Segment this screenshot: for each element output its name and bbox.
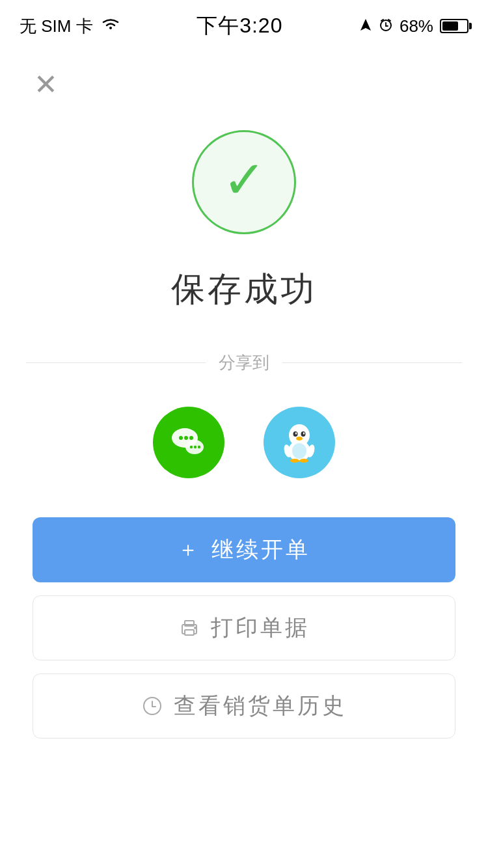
action-buttons: ＋ 继续开单 打印单据 查看销货单历史 xyxy=(26,517,462,739)
print-label: 打印单据 xyxy=(211,613,310,643)
svg-rect-23 xyxy=(185,630,194,635)
svg-point-7 xyxy=(194,446,197,448)
svg-point-3 xyxy=(184,436,188,440)
qq-icon xyxy=(280,422,319,463)
battery-icon xyxy=(440,19,468,33)
carrier-text: 无 SIM 卡 xyxy=(20,15,93,38)
svg-point-10 xyxy=(293,431,298,437)
svg-point-8 xyxy=(198,446,200,448)
svg-point-12 xyxy=(295,432,297,435)
plus-icon: ＋ xyxy=(178,536,201,564)
history-icon xyxy=(141,695,163,717)
status-time: 下午3:20 xyxy=(197,12,282,40)
status-carrier: 无 SIM 卡 xyxy=(20,15,120,38)
share-label: 分享到 xyxy=(219,351,269,374)
divider-left xyxy=(26,362,206,363)
svg-point-14 xyxy=(296,437,303,441)
status-right: 68% xyxy=(359,16,468,36)
checkmark-icon: ✓ xyxy=(223,154,266,206)
divider-right xyxy=(282,362,462,363)
status-bar: 无 SIM 卡 下午3:20 68% xyxy=(0,0,488,52)
svg-point-13 xyxy=(303,432,305,435)
battery-fill xyxy=(442,21,458,31)
wechat-share-button[interactable] xyxy=(153,407,224,478)
close-icon: ✕ xyxy=(34,70,58,99)
svg-point-17 xyxy=(290,459,299,463)
svg-point-6 xyxy=(190,446,193,448)
alarm-icon xyxy=(379,16,393,36)
wifi-icon xyxy=(101,16,120,36)
close-button[interactable]: ✕ xyxy=(26,65,65,104)
svg-point-16 xyxy=(292,443,306,459)
continue-button[interactable]: ＋ 继续开单 xyxy=(33,517,455,582)
location-icon xyxy=(359,16,372,36)
svg-point-11 xyxy=(301,431,306,437)
wechat-icon xyxy=(167,421,210,464)
success-circle: ✓ xyxy=(192,130,296,234)
history-label: 查看销货单历史 xyxy=(174,691,347,721)
svg-point-18 xyxy=(299,459,308,463)
share-icons-row xyxy=(26,407,462,478)
svg-point-2 xyxy=(179,436,183,440)
svg-point-24 xyxy=(194,627,197,629)
battery-icon-container xyxy=(440,19,468,33)
share-divider: 分享到 xyxy=(26,351,462,374)
print-button[interactable]: 打印单据 xyxy=(33,595,455,660)
qq-share-button[interactable] xyxy=(264,407,335,478)
svg-point-4 xyxy=(189,436,193,440)
success-section: ✓ 保存成功 xyxy=(26,130,462,312)
success-title: 保存成功 xyxy=(171,267,317,312)
history-button[interactable]: 查看销货单历史 xyxy=(33,673,455,739)
share-section: 分享到 xyxy=(26,351,462,478)
battery-percent: 68% xyxy=(400,16,433,36)
printer-icon xyxy=(178,617,200,639)
main-content: ✕ ✓ 保存成功 分享到 xyxy=(0,52,488,765)
continue-label: 继续开单 xyxy=(211,535,310,565)
